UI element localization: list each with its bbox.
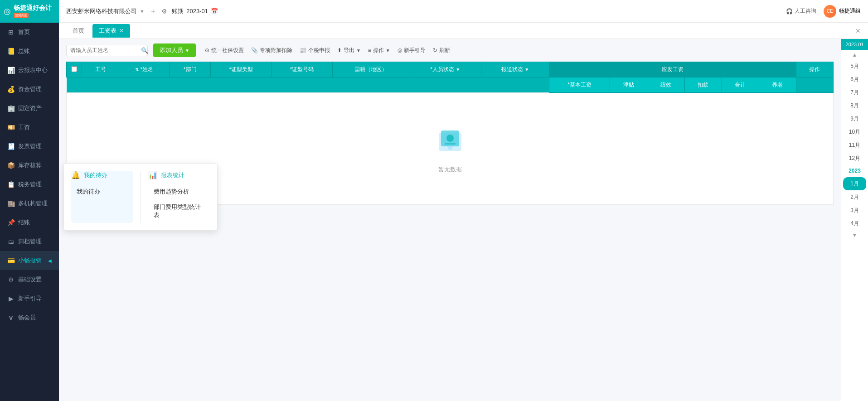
col-dept: *部门 xyxy=(170,62,211,77)
close-panel-button[interactable]: ✕ xyxy=(855,27,861,34)
app-logo: ◎ 畅捷通好会计 旗舰版 xyxy=(0,0,59,23)
multi-icon: 🏬 xyxy=(7,200,15,207)
col-checkbox[interactable] xyxy=(67,62,82,77)
add-employee-button[interactable]: 添加人员 ▼ xyxy=(153,43,196,57)
search-box[interactable]: 🔍 xyxy=(66,45,148,56)
company-selector[interactable]: 西安虾米网络科技有限公司 ▼ xyxy=(66,7,145,15)
sidebar-item-home[interactable]: ⊞ 首页 xyxy=(0,23,59,42)
service-icon: 🎧 xyxy=(786,8,793,14)
social-security-action[interactable]: ⊙ 统一社保设置 xyxy=(205,47,244,54)
month-2[interactable]: 2月 xyxy=(841,191,868,204)
company-name: 西安虾米网络科技有限公司 xyxy=(66,7,137,15)
operation-action[interactable]: ≡ 操作 ▼ xyxy=(368,47,390,54)
guide-action[interactable]: ◎ 新手引导 xyxy=(398,47,426,54)
col-id-type: *证型类型 xyxy=(210,62,271,77)
operation-icon: ≡ xyxy=(368,47,371,53)
sidebar-item-assets[interactable]: 🏢 固定资产 xyxy=(0,99,59,118)
select-all-checkbox[interactable] xyxy=(71,66,77,72)
salary-icon: 💴 xyxy=(7,124,15,131)
tab-spacer: ✕ xyxy=(855,27,861,34)
popup-todo-col: 🔔 我的待办 我的待办 xyxy=(71,171,133,223)
month-10[interactable]: 10月 xyxy=(841,126,868,139)
sidebar-item-inventory[interactable]: 📦 库存核算 xyxy=(0,156,59,175)
toolbar: 🔍 添加人员 ▼ ⊙ 统一社保设置 📎 专项附加扣除 xyxy=(59,39,841,62)
status-filter-icon[interactable]: ▼ xyxy=(456,67,460,72)
sidebar-item-label: 库存核算 xyxy=(18,161,42,169)
sidebar-item-archive[interactable]: 🗂 归档管理 xyxy=(0,232,59,251)
guide-icon: ▶ xyxy=(7,295,15,302)
month-12[interactable]: 12月 xyxy=(841,152,868,165)
month-4[interactable]: 4月 xyxy=(841,217,868,230)
guide-label: 新手引导 xyxy=(404,47,426,54)
sidebar-item-label: 多机构管理 xyxy=(18,199,48,208)
month-7[interactable]: 7月 xyxy=(841,86,868,99)
search-icon[interactable]: 🔍 xyxy=(141,47,148,54)
social-security-label: 统一社保设置 xyxy=(211,47,244,54)
period-label: 账期 xyxy=(172,7,184,15)
svg-point-2 xyxy=(446,135,454,142)
sidebar-item-closing[interactable]: 📌 结账 xyxy=(0,213,59,232)
logo-title: 畅捷通好会计 xyxy=(14,4,52,12)
sort-icon[interactable]: ⇅ xyxy=(135,67,139,72)
search-input[interactable] xyxy=(70,47,138,53)
col-allowance: 津贴 xyxy=(610,77,647,93)
collapse-arrow: ◀ xyxy=(48,258,52,263)
month-1-active[interactable]: 1月 xyxy=(843,177,866,190)
tab-salary-table[interactable]: 工资表 ✕ xyxy=(92,24,130,38)
sidebar-item-salary[interactable]: 💴 工资 xyxy=(0,118,59,137)
settings-icon[interactable]: ⚙ xyxy=(161,8,167,15)
assets-icon: 🏢 xyxy=(7,105,15,112)
refresh-action[interactable]: ↻ 刷新 xyxy=(433,47,450,54)
sidebar-item-label: 结账 xyxy=(18,218,30,227)
sidebar-item-base[interactable]: ⚙ 基础设置 xyxy=(0,270,59,289)
month-3[interactable]: 3月 xyxy=(841,204,868,217)
tax-deduction-action[interactable]: 📎 专项附加扣除 xyxy=(251,47,292,54)
popup-todo-header: 🔔 我的待办 xyxy=(71,171,133,179)
sidebar-item-reports[interactable]: 📊 云报表中心 xyxy=(0,61,59,80)
operation-label: 操作 xyxy=(373,47,384,54)
sidebar-item-funds[interactable]: 💰 资金管理 xyxy=(0,80,59,99)
tab-home[interactable]: 首页 xyxy=(66,24,91,38)
customer-service[interactable]: 🎧 人工咨询 xyxy=(786,7,816,15)
month-11[interactable]: 11月 xyxy=(841,139,868,152)
calendar-icon[interactable]: 📅 xyxy=(211,8,218,14)
sidebar-item-invoice[interactable]: 🧾 发票管理 xyxy=(0,137,59,156)
add-company-button[interactable]: + xyxy=(151,7,155,15)
tab-close-button[interactable]: ✕ xyxy=(119,28,124,34)
sidebar-item-expense[interactable]: 💳 小畅报销 ◀ xyxy=(0,251,59,270)
col-deductions: 扣款 xyxy=(684,77,722,93)
sidebar: ◎ 畅捷通好会计 旗舰版 ⊞ 首页 📒 总账 📊 云报表中心 💰 资金管理 🏢 … xyxy=(0,0,59,401)
sidebar-item-multi[interactable]: 🏬 多机构管理 xyxy=(0,194,59,213)
company-dropdown-arrow: ▼ xyxy=(140,9,145,14)
user-profile[interactable]: CE 畅捷通组 xyxy=(824,5,861,18)
popup-todo-item[interactable]: 我的待办 xyxy=(71,184,133,199)
sidebar-item-label: 总账 xyxy=(18,47,30,55)
sidebar-item-tax[interactable]: 📋 税务管理 xyxy=(0,175,59,194)
refresh-label: 刷新 xyxy=(439,47,450,54)
sidebar-item-ledger[interactable]: 📒 总账 xyxy=(0,42,59,61)
date-panel-down[interactable]: ▼ xyxy=(841,230,868,240)
base-icon: ⚙ xyxy=(7,276,15,283)
month-5[interactable]: 5月 xyxy=(841,60,868,73)
sidebar-item-label: 发票管理 xyxy=(18,142,42,150)
logo-badge: 旗舰版 xyxy=(14,13,29,18)
month-8[interactable]: 8月 xyxy=(841,99,868,112)
sidebar-item-guide[interactable]: ▶ 新手引导 xyxy=(0,289,59,308)
popup-dept-item[interactable]: 部门费用类型统计表 xyxy=(148,199,210,223)
tax-report-action[interactable]: 📰 个税申报 xyxy=(300,47,330,54)
date-panel-up[interactable]: ▲ xyxy=(841,50,868,60)
tab-salary-label: 工资表 xyxy=(99,27,116,35)
popup-trend-item[interactable]: 费用趋势分析 xyxy=(148,184,210,199)
topbar-right: 🎧 人工咨询 CE 畅捷通组 xyxy=(786,5,861,18)
tax-icon: 📋 xyxy=(7,181,15,188)
avatar-initials: CE xyxy=(827,9,833,14)
report-filter-icon[interactable]: ▼ xyxy=(524,67,529,72)
popup-content: 🔔 我的待办 我的待办 📊 报表统计 费用趋势分析 部门费用类型统计表 xyxy=(71,171,210,223)
month-6[interactable]: 6月 xyxy=(841,73,868,86)
sidebar-item-label: 云报表中心 xyxy=(18,66,48,74)
ledger-icon: 📒 xyxy=(7,48,15,55)
export-action[interactable]: ⬆ 导出 ▼ xyxy=(337,47,361,54)
sidebar-item-member[interactable]: V 畅会员 xyxy=(0,308,59,327)
month-9[interactable]: 9月 xyxy=(841,112,868,126)
tax-report-icon: 📰 xyxy=(300,47,306,53)
